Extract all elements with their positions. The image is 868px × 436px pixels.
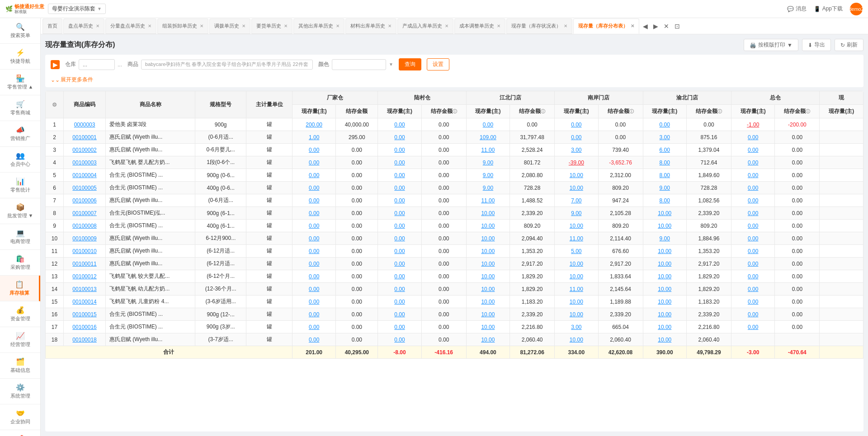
cell-unit: 罐: [246, 220, 292, 232]
table-row: 17 00100016 合生元 (BIOSTIME) ... 900g (3岁.…: [46, 321, 863, 333]
sidebar-item-retail-mall[interactable]: 🛒 零售商城: [0, 95, 40, 121]
sidebar-item-wholesale[interactable]: 📦 批发管理 ▼: [0, 198, 40, 224]
cell-f-amt: 0.00: [336, 295, 378, 308]
tab-next-btn[interactable]: ▶: [651, 22, 661, 31]
sidebar-item-member[interactable]: 👥 会员中心: [0, 147, 40, 173]
close-icon[interactable]: ✕: [564, 23, 567, 28]
color-input[interactable]: [332, 59, 386, 70]
close-icon[interactable]: ✕: [148, 23, 151, 28]
tab-close-btn[interactable]: ✕: [661, 22, 672, 31]
sidebar-item-marketing[interactable]: 📣 营销推广: [0, 121, 40, 147]
tab-prev-btn[interactable]: ◀: [640, 22, 651, 31]
tab-order-history[interactable]: 要货单历史✕: [251, 19, 292, 34]
cell-f-qty: 0.00: [292, 207, 335, 220]
sidebar-label-finance: 资金管理: [10, 316, 30, 321]
cell-code: 00100015: [64, 308, 106, 321]
collapse-filter-btn[interactable]: ▶: [51, 60, 60, 69]
message-action[interactable]: 💬 消息: [787, 5, 807, 13]
cell-l-qty: 0.00: [378, 232, 421, 245]
sidebar-item-system[interactable]: ⚙️ 系统管理: [0, 379, 40, 404]
tab-transfer-history[interactable]: 调拨单历史✕: [209, 19, 250, 34]
cell-jb-amt: 728.28: [510, 182, 555, 194]
cell-jb-amt: 31,797.48: [510, 131, 555, 144]
cell-yb-amt: 2,917.20: [686, 258, 731, 270]
sidebar-item-collab[interactable]: 🤝 企业协同: [0, 404, 40, 430]
product-label: 商品: [127, 61, 138, 68]
nav-dropdown[interactable]: 母婴行业演示陈套 ▼: [48, 4, 106, 14]
sidebar-item-guide[interactable]: 📌 新手引导: [0, 430, 40, 436]
cell-name: 合生元 (BIOSTIME) ...: [106, 169, 195, 182]
sidebar-item-base[interactable]: 🗂️ 基础信息: [0, 353, 40, 379]
cell-l-amt: 0.00: [421, 207, 466, 220]
query-button[interactable]: 查询: [399, 58, 421, 70]
cell-spec: (3-6岁适用...: [195, 295, 246, 308]
close-icon[interactable]: ✕: [284, 23, 288, 28]
cell-spec: (6-12月适...: [195, 245, 246, 258]
close-icon[interactable]: ✕: [497, 23, 500, 28]
cell-cur: [820, 333, 863, 346]
close-icon[interactable]: ✕: [388, 23, 392, 28]
th-current: 现: [820, 91, 863, 105]
tab-material-out[interactable]: 材料出库单历史✕: [345, 19, 396, 34]
expand-more-btn[interactable]: ⌄⌄ 展开更多条件: [51, 76, 93, 84]
cell-total-amt: 0.00: [775, 295, 820, 308]
refresh-button[interactable]: ↻ 刷新: [835, 39, 863, 51]
cell-name: 飞鹤星飞帆 幼儿配方奶...: [106, 283, 195, 295]
cell-yb-amt: 1,082.56: [686, 194, 731, 207]
cell-f-qty: 0.00: [292, 258, 335, 270]
sidebar-item-search[interactable]: 🔍 搜索英单: [0, 18, 40, 44]
sidebar-item-ops[interactable]: 📈 经营管理: [0, 327, 40, 353]
cell-name: 飞鹤星飞帆 儿童奶粉 4...: [106, 295, 195, 308]
cell-name: 合生元 (BIOSTIME) ...: [106, 308, 195, 321]
sidebar-item-finance[interactable]: 💰 资金管理: [0, 301, 40, 327]
avatar[interactable]: demo2: [850, 3, 863, 15]
tab-stock-distribution[interactable]: 现存量（库存分布表）✕: [573, 19, 639, 34]
cell-f-qty: 200.00: [292, 118, 335, 131]
close-icon[interactable]: ✕: [200, 23, 203, 28]
tab-home[interactable]: 首页: [42, 19, 62, 34]
warehouse-input[interactable]: [79, 59, 115, 70]
close-icon[interactable]: ✕: [96, 23, 99, 28]
sidebar-item-shortcut[interactable]: ⚡ 快捷导航: [0, 44, 40, 70]
table-row: 6 00100005 合生元 (BIOSTIME) ... 400g (0-6.…: [46, 182, 863, 194]
sidebar-label-wholesale: 批发管理 ▼: [7, 213, 33, 218]
close-icon[interactable]: ✕: [631, 23, 634, 28]
cell-yb-amt: 1,353.20: [686, 245, 731, 258]
tab-expand-btn[interactable]: ⊡: [672, 22, 683, 31]
close-icon[interactable]: ✕: [336, 23, 340, 28]
tab-stock-status[interactable]: 现存量（库存状况表）✕: [506, 19, 572, 34]
expand-row: ⌄⌄ 展开更多条件: [51, 76, 858, 84]
close-icon[interactable]: ✕: [242, 23, 245, 28]
settings-gear-icon[interactable]: ⚙: [52, 102, 57, 108]
tab-product-in[interactable]: 产成品入库单历史✕: [397, 19, 453, 34]
sidebar-item-purchase[interactable]: 🛍️ 采购管理: [0, 250, 40, 276]
print-button[interactable]: 🖨️ 按模版打印 ▼: [744, 39, 798, 51]
cell-yb-qty: 3.00: [643, 131, 686, 144]
cell-jb-amt: 1,183.20: [510, 295, 555, 308]
table-container: ⚙ 商品编码 商品名称 规格型号 主计量单位 厂家仓 陆村仓 江北门店 南岸门店…: [45, 91, 863, 431]
settings-button[interactable]: 设置: [427, 58, 449, 70]
sidebar-item-inventory[interactable]: 📋 库存核算: [0, 276, 40, 301]
cell-cur: [820, 321, 863, 333]
cell-l-amt: 0.00: [421, 245, 466, 258]
app-download-action[interactable]: 📱 App下载: [814, 5, 843, 13]
cell-l-qty: 0.00: [378, 207, 421, 220]
sidebar-item-retail-mgmt[interactable]: 🏪 零售管理 ▲: [0, 70, 40, 95]
cell-l-amt: 0.00: [421, 308, 466, 321]
sidebar-item-retail-stats[interactable]: 📊 零售统计: [0, 173, 40, 198]
export-button[interactable]: ⬇ 导出: [802, 39, 831, 51]
close-icon[interactable]: ✕: [445, 23, 448, 28]
tab-portion-history[interactable]: 分量盘点单历史✕: [105, 19, 156, 34]
tab-assemble-history[interactable]: 组装拆卸单历史✕: [157, 19, 208, 34]
tab-cost-adjust[interactable]: 成本调整单历史✕: [454, 19, 505, 34]
product-input[interactable]: [141, 60, 313, 70]
cell-na-amt: 809.20: [598, 182, 643, 194]
cell-f-qty: 0.00: [292, 308, 335, 321]
tab-stock-history[interactable]: 盘点单历史✕: [63, 19, 104, 34]
cell-total-qty: 0.00: [731, 245, 774, 258]
sidebar-item-ecommerce[interactable]: 💻 电商管理: [0, 224, 40, 250]
cell-na-amt: 2,060.40: [598, 333, 643, 346]
tab-other-out[interactable]: 其他出库单历史✕: [293, 19, 344, 34]
filter-area: ▶ 仓库 ... 商品 颜色 ▼: [45, 55, 863, 87]
cell-l-amt: 0.00: [421, 321, 466, 333]
